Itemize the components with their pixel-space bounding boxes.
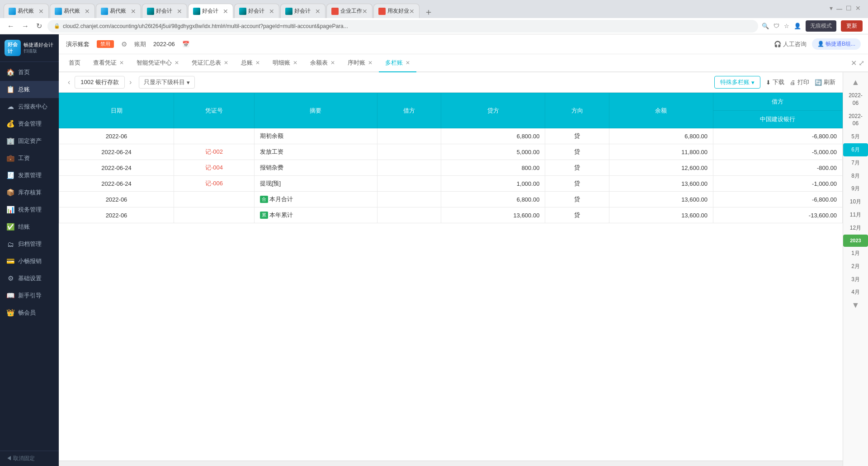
forward-button[interactable]: → [20,21,31,31]
tab-close-5[interactable]: ✕ [223,8,228,15]
close-tab-icon[interactable]: ✕ [851,59,857,67]
tab-smart-voucher[interactable]: 智能凭证中心 ✕ [130,54,185,72]
date-scroll-down[interactable]: ▼ [843,299,868,312]
sidebar-item-report[interactable]: ☁ 云报表中心 [0,98,59,115]
tab-journal-close[interactable]: ✕ [368,60,373,66]
tab-journal[interactable]: 序时账 ✕ [341,54,379,72]
tab-general-ledger-close[interactable]: ✕ [255,60,260,66]
browser-tab-2[interactable]: 易代账 ✕ [50,4,95,18]
tab-close-8[interactable]: ✕ [362,8,368,15]
voucher-link-4[interactable]: 记-006 [205,180,223,187]
tab-close-2[interactable]: ✕ [85,8,90,15]
refresh-button[interactable]: 🔄 刷新 [815,78,835,86]
user-badge[interactable]: 👤 畅捷通B组... [812,38,861,50]
date-item-september[interactable]: 9月 [843,182,868,195]
account-prev-button[interactable]: ‹ [66,77,72,87]
tab-close-1[interactable]: ✕ [38,8,44,15]
filter-button[interactable]: 只显示下级科目 ▾ [139,76,195,89]
print-button[interactable]: 🖨 打印 [790,78,809,86]
calendar-icon[interactable]: 📅 [182,41,189,47]
date-item-may[interactable]: 5月 [843,130,868,143]
star-icon[interactable]: ☆ [784,23,789,29]
tab-close-4[interactable]: ✕ [177,8,182,15]
update-button[interactable]: 更新 [841,20,863,32]
sidebar-item-ledger[interactable]: 📋 总账 [0,81,59,98]
date-item-2022-06-1[interactable]: 2022-06 [843,89,868,110]
tab-close-9[interactable]: ✕ [409,8,415,15]
tab-close-3[interactable]: ✕ [131,8,136,15]
sidebar-item-invoice[interactable]: 🧾 发票管理 [0,167,59,184]
refresh-button[interactable]: ↻ [34,21,44,31]
sidebar-item-close[interactable]: ✅ 结账 [0,218,59,235]
date-item-july[interactable]: 7月 [843,156,868,169]
browser-tab-5[interactable]: 好会计 ✕ [188,4,233,18]
tab-voucher-summary-close[interactable]: ✕ [224,60,228,66]
back-button[interactable]: ← [5,21,16,31]
profile-icon[interactable]: 👤 [794,23,801,29]
horizontal-scrollbar[interactable] [59,461,843,466]
close-window-button[interactable]: ✕ [855,5,861,14]
browser-tab-6[interactable]: 好会计 ✕ [234,4,279,18]
search-icon[interactable]: 🔍 [762,23,769,29]
date-item-apr[interactable]: 4月 [843,286,868,299]
tab-voucher-summary[interactable]: 凭证汇总表 ✕ [185,54,235,72]
tab-close-6[interactable]: ✕ [269,8,274,15]
tab-multicolumn-close[interactable]: ✕ [406,60,410,66]
sidebar-collapse-button[interactable]: ◀ 取消固定 [0,451,59,466]
sidebar-item-settings[interactable]: ⚙ 基础设置 [0,270,59,287]
sidebar-item-member[interactable]: 👑 畅会员 [0,304,59,321]
date-item-feb[interactable]: 2月 [843,260,868,273]
account-settings-icon[interactable]: ⚙ [121,40,127,48]
tab-balance[interactable]: 余额表 ✕ [304,54,341,72]
tab-multicolumn[interactable]: 多栏账 ✕ [379,54,416,72]
browser-tab-7[interactable]: 好会计 ✕ [280,4,326,18]
sidebar-item-home[interactable]: 🏠 首页 [0,64,59,81]
new-tab-button[interactable]: ＋ [420,6,437,18]
account-status-badge[interactable]: 禁用 [97,40,114,48]
sidebar-item-salary[interactable]: 💼 工资 [0,150,59,167]
voucher-link-2[interactable]: 记-002 [205,148,223,155]
tab-detail-ledger[interactable]: 明细账 ✕ [266,54,304,72]
sidebar-item-archive[interactable]: 🗂 归档管理 [0,235,59,253]
tab-list-button[interactable]: ▾ [830,5,833,14]
consult-button[interactable]: 🎧 人工咨询 [774,40,807,48]
browser-tab-8[interactable]: 企业工作 ✕ [326,4,373,18]
sidebar-item-expense[interactable]: 💳 小畅报销 [0,253,59,270]
browser-tab-9[interactable]: 用友好业 ✕ [373,4,420,18]
account-next-button[interactable]: › [127,77,133,87]
maximize-button[interactable]: ☐ [846,5,852,14]
tab-balance-close[interactable]: ✕ [330,60,335,66]
shield-icon[interactable]: 🛡 [774,23,779,29]
voucher-link-3[interactable]: 记-004 [205,164,223,171]
date-item-november[interactable]: 11月 [843,208,868,221]
date-item-mar[interactable]: 3月 [843,273,868,286]
date-scroll-up[interactable]: ▲ [843,76,868,89]
expand-tab-icon[interactable]: ⤢ [859,59,864,67]
sidebar-item-tax[interactable]: 📊 税务管理 [0,201,59,218]
account-code[interactable]: 1002 银行存款 [75,76,125,89]
tab-view-voucher[interactable]: 查看凭证 ✕ [87,54,130,72]
tab-view-voucher-close[interactable]: ✕ [119,60,124,66]
tab-home[interactable]: 首页 [62,54,87,72]
date-item-june[interactable]: 6月 [843,143,868,156]
sidebar-item-assets[interactable]: 🏢 固定资产 [0,132,59,150]
date-item-2022-06-2[interactable]: 2022-06 [843,110,868,131]
sidebar-item-guide[interactable]: 📖 新手引导 [0,287,59,304]
minimize-button[interactable]: ─ [836,5,842,14]
no-trace-button[interactable]: 无痕模式 [806,20,836,32]
sidebar-item-fund[interactable]: 💰 资金管理 [0,115,59,132]
browser-tab-4[interactable]: 好会计 ✕ [142,4,187,18]
date-item-august[interactable]: 8月 [843,169,868,183]
tab-detail-ledger-close[interactable]: ✕ [293,60,297,66]
browser-tab-3[interactable]: 易代账 ✕ [96,4,141,18]
sidebar-item-inventory[interactable]: 📦 库存核算 [0,184,59,201]
special-multicolumn-button[interactable]: 特殊多栏账 ▾ [714,76,760,89]
date-item-2023[interactable]: 2023 [843,235,868,247]
date-item-jan[interactable]: 1月 [843,247,868,260]
date-item-october[interactable]: 10月 [843,195,868,208]
tab-smart-voucher-close[interactable]: ✕ [175,60,179,66]
date-item-december[interactable]: 12月 [843,221,868,235]
tab-close-7[interactable]: ✕ [315,8,321,15]
tab-general-ledger[interactable]: 总账 ✕ [235,54,266,72]
address-input[interactable]: 🔒 cloud2.chanjet.com/accounting/uh26t264… [47,20,758,33]
